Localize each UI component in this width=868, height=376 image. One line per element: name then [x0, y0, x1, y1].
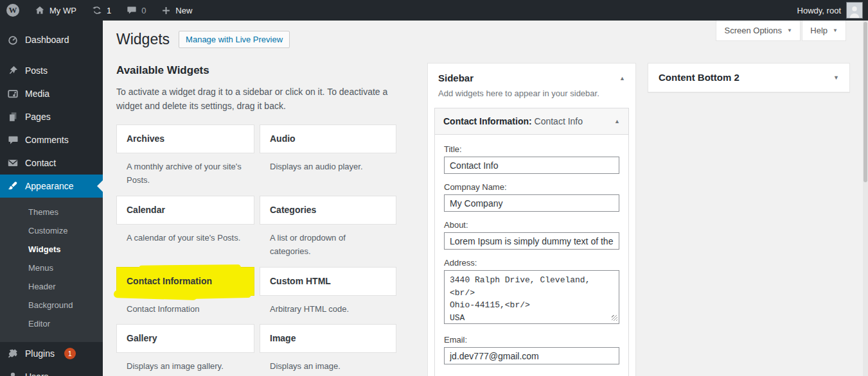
collapse-down-icon[interactable]: ▼ — [833, 74, 839, 81]
sidebar-item-label: Appearance — [25, 181, 74, 191]
envelope-icon — [6, 157, 19, 169]
site-name-link[interactable]: My WP — [27, 0, 84, 21]
sidebar-item-label: Plugins — [25, 348, 55, 359]
available-widget-contact-information[interactable]: Contact Information — [116, 267, 254, 296]
company-name-field-label: Compnay Name: — [444, 182, 619, 192]
sidebar-item-label: Contact — [25, 158, 56, 168]
sidebar-subitem-customize[interactable]: Customize — [0, 221, 103, 240]
address-field-label: Address: — [444, 258, 619, 268]
about-field[interactable] — [444, 232, 619, 250]
title-field[interactable] — [444, 157, 619, 174]
comments-link[interactable]: 0 — [119, 0, 154, 21]
sidebar-item-label: Media — [25, 89, 49, 99]
widget-subtitle: Contact Info — [535, 116, 583, 126]
sidebar-subitem-editor[interactable]: Editor — [0, 314, 103, 333]
sidebar-item-label: Comments — [25, 135, 69, 145]
widget-description: A calendar of your site's Posts. — [116, 232, 254, 245]
admin-sidebar-menu: Dashboard Posts Media Pages Comments — [0, 21, 103, 376]
pushpin-icon — [6, 64, 19, 77]
widget-description: A list or dropdown of categories. — [260, 232, 396, 259]
highlight-marker — [187, 291, 251, 299]
available-widget-gallery[interactable]: Gallery — [116, 324, 254, 353]
help-tab[interactable]: Help ▼ — [802, 21, 846, 41]
widget-description: A monthly archive of your site's Posts. — [116, 160, 254, 187]
plugins-update-badge: 1 — [64, 348, 76, 359]
resize-handle[interactable] — [612, 315, 617, 321]
available-widgets-grid: Archives A monthly archive of your site'… — [116, 124, 397, 376]
main-content: Screen Options ▼ Help ▼ Widgets Manage w… — [103, 21, 868, 376]
sidebar-item-label: Pages — [25, 112, 51, 122]
content-bottom-2-panel: Content Bottom 2 ▼ — [648, 63, 850, 92]
sidebar-subitem-menus[interactable]: Menus — [0, 259, 103, 277]
email-field[interactable] — [444, 347, 619, 364]
site-name-label: My WP — [49, 6, 76, 15]
page-title: Widgets — [116, 31, 170, 48]
comment-count: 0 — [141, 6, 146, 15]
screen-options-label: Screen Options — [724, 26, 782, 35]
manage-live-preview-button[interactable]: Manage with Live Preview — [179, 31, 290, 48]
wp-logo-menu[interactable]: W — [0, 0, 27, 21]
widget-description: Contact Information — [116, 303, 254, 316]
plug-icon — [6, 347, 19, 360]
account-menu[interactable]: Howdy, root — [797, 2, 868, 19]
new-label: New — [175, 6, 192, 15]
available-widget-audio[interactable]: Audio — [260, 124, 396, 153]
available-widget-custom-html[interactable]: Custom HTML — [260, 267, 396, 296]
available-widget-calendar[interactable]: Calendar — [116, 196, 254, 225]
sidebar-subitem-themes[interactable]: Themes — [0, 203, 103, 221]
updates-link[interactable]: 1 — [84, 0, 119, 21]
widget-title: Contact Information: — [443, 116, 532, 126]
widget-description: Arbitrary HTML code. — [260, 303, 396, 316]
comment-bubble-icon — [6, 133, 19, 146]
collapse-up-icon[interactable]: ▲ — [614, 118, 620, 124]
wordpress-logo-icon: W — [6, 4, 19, 17]
updates-icon — [92, 5, 102, 15]
company-name-field[interactable] — [444, 194, 619, 212]
sidebar-subitem-header[interactable]: Header — [0, 277, 103, 296]
admin-bar: W My WP 1 0 — [0, 0, 868, 21]
email-field-label: Email: — [444, 335, 619, 345]
user-icon — [6, 370, 19, 376]
widget-description: Displays an image. — [260, 360, 396, 373]
widget-card-label: Contact Information — [127, 276, 212, 286]
chevron-down-icon: ▼ — [833, 28, 838, 33]
sidebar-item-label: Users — [25, 372, 49, 376]
sidebar-item-media[interactable]: Media — [0, 82, 103, 105]
available-widgets-description: To activate a widget drag it to a sideba… — [116, 85, 397, 113]
sidebar-item-posts[interactable]: Posts — [0, 59, 103, 82]
sidebar-item-plugins[interactable]: Plugins 1 — [0, 342, 103, 365]
sidebar-item-contact[interactable]: Contact — [0, 151, 103, 175]
howdy-label: Howdy, root — [797, 6, 841, 15]
sidebar-item-users[interactable]: Users — [0, 365, 103, 376]
help-label: Help — [810, 26, 828, 35]
comment-bubble-icon — [127, 5, 137, 15]
available-widget-archives[interactable]: Archives — [116, 124, 254, 153]
widget-description: Displays an image gallery. — [116, 360, 254, 373]
page-scrollbar[interactable] — [863, 21, 868, 376]
available-widget-image[interactable]: Image — [260, 324, 396, 353]
chevron-down-icon: ▼ — [787, 28, 792, 33]
sidebar-item-pages[interactable]: Pages — [0, 105, 103, 128]
appearance-submenu: Themes Customize Widgets Menus Header Ba… — [0, 198, 103, 342]
content-bottom-2-title: Content Bottom 2 — [659, 72, 740, 83]
scrollbar-thumb[interactable] — [864, 22, 867, 182]
title-field-label: Title: — [444, 144, 619, 154]
sidebar-item-label: Dashboard — [25, 35, 69, 45]
paintbrush-icon — [6, 180, 19, 192]
sidebar-widget-area-panel: Sidebar ▲ Add widgets here to appear in … — [427, 63, 636, 376]
collapse-up-icon[interactable]: ▲ — [619, 75, 625, 81]
available-widget-categories[interactable]: Categories — [260, 196, 396, 225]
sidebar-panel-title: Sidebar — [438, 73, 474, 83]
sidebar-subitem-background[interactable]: Background — [0, 296, 103, 314]
sidebar-subitem-widgets[interactable]: Widgets — [0, 240, 103, 259]
sidebar-item-dashboard[interactable]: Dashboard — [0, 28, 103, 51]
new-content-link[interactable]: New — [154, 0, 200, 21]
widget-description: Displays an audio player. — [260, 160, 396, 174]
screen-options-tab[interactable]: Screen Options ▼ — [716, 21, 801, 41]
widget-header[interactable]: Contact Information: Contact Info ▲ — [435, 108, 628, 135]
about-field-label: About: — [444, 220, 619, 230]
update-count: 1 — [107, 6, 111, 15]
sidebar-item-comments[interactable]: Comments — [0, 128, 103, 151]
address-field[interactable]: 3440 Ralph Drive, Cleveland,<br/> Ohio-4… — [444, 270, 619, 324]
sidebar-item-appearance[interactable]: Appearance — [0, 175, 103, 198]
